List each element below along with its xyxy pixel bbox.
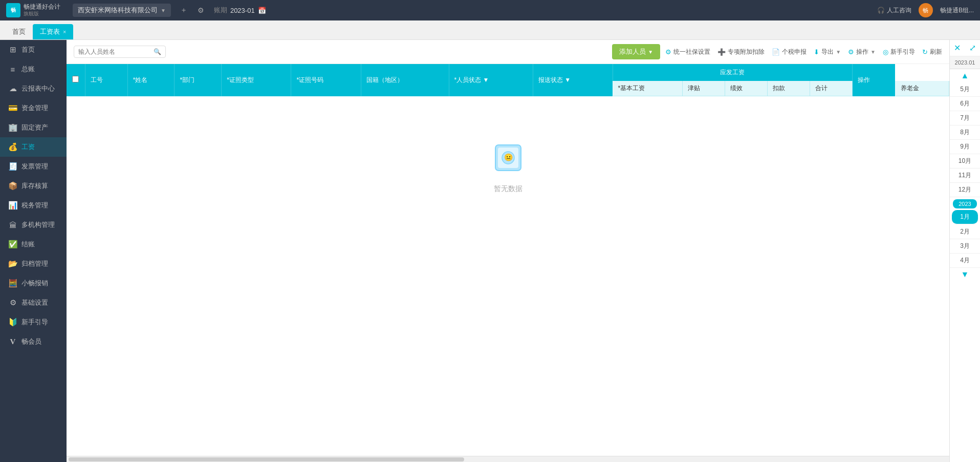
sidebar-item-fixed-assets[interactable]: 🏢 固定资产 (0, 118, 67, 137)
sidebar-item-label: 基础设置 (21, 298, 48, 307)
col-person-status: *人员状态 ▼ (449, 64, 533, 96)
scroll-thumb[interactable] (69, 457, 464, 461)
date-month-9[interactable]: 9月 (950, 140, 980, 154)
table-container: 工号 *姓名 *部门 *证照类型 *证照号码 国籍（地区） *人员状态 ▼ 报送… (67, 64, 949, 456)
guide-icon: ◎ (883, 48, 888, 56)
invoice-icon: 🧾 (8, 162, 17, 171)
sidebar-item-ledger[interactable]: ≡ 总账 (0, 59, 67, 79)
svg-text:😐: 😐 (504, 153, 513, 162)
special-deduction-button[interactable]: ➕ 专项附加扣除 (717, 48, 765, 56)
close-icon[interactable]: × (63, 29, 66, 35)
sidebar-item-label: 多机构管理 (21, 220, 55, 229)
sidebar-item-cloud-report[interactable]: ☁ 云报表中心 (0, 79, 67, 98)
sidebar-item-label: 总账 (21, 65, 35, 74)
search-input[interactable] (78, 48, 150, 55)
sidebar-item-tax[interactable]: 📊 税务管理 (0, 196, 67, 215)
service-button[interactable]: 🎧 人工咨询 (877, 6, 911, 15)
close-panel-button[interactable]: ✕ (952, 41, 963, 55)
refresh-button[interactable]: ↻ 刷新 (922, 48, 942, 56)
expand-panel-button[interactable]: ⤢ (967, 41, 978, 55)
sidebar-item-label: 发票管理 (21, 162, 48, 171)
company-selector[interactable]: 西安虾米网络科技有限公司 ▼ (73, 4, 171, 17)
header-right: 🎧 人工咨询 畅 畅捷通B组... (877, 3, 974, 17)
salary-icon: 💰 (8, 142, 17, 152)
fund-icon: 💳 (8, 103, 17, 113)
col-pension: 养老金 (895, 81, 949, 96)
operate-button[interactable]: ⚙ 操作 ▼ (848, 48, 876, 56)
col-name: *姓名 (127, 64, 175, 96)
sidebar-item-label: 归档管理 (21, 259, 48, 268)
panel-top-buttons: ✕ ⤢ (950, 40, 980, 56)
sidebar-item-label: 工资 (21, 142, 35, 152)
sidebar-item-invoice[interactable]: 🧾 发票管理 (0, 157, 67, 176)
date-month-11[interactable]: 11月 (950, 169, 980, 183)
sidebar-item-label: 首页 (21, 45, 35, 54)
scrollbar-area[interactable] (67, 456, 949, 462)
headset-icon: 🎧 (877, 7, 885, 14)
chevron-down-icon: ▼ (648, 49, 653, 55)
col-salary-group: 应发工资 (613, 64, 853, 81)
checkbox-header[interactable] (67, 64, 85, 96)
social-security-button[interactable]: ⚙ 统一社保设置 (665, 48, 710, 56)
sidebar-item-home[interactable]: ⊞ 首页 (0, 40, 67, 59)
chevron-down-icon: ▼ (870, 49, 876, 55)
expense-icon: 🧮 (8, 279, 17, 288)
logo-text: 畅捷通好会计 (24, 3, 60, 10)
add-person-button[interactable]: 添加人员 ▼ (612, 44, 660, 59)
sidebar-item-guide[interactable]: 🔰 新手引导 (0, 312, 67, 332)
sidebar-item-settings[interactable]: ⚙ 基础设置 (0, 293, 67, 312)
sidebar-item-archive[interactable]: 📂 归档管理 (0, 254, 67, 274)
sidebar-item-member[interactable]: V 畅会员 (0, 332, 67, 351)
operate-icon: ⚙ (848, 48, 854, 56)
date-month-5[interactable]: 5月 (950, 82, 980, 97)
tab-salary[interactable]: 工资表 × (33, 24, 73, 39)
date-month-2[interactable]: 2月 (950, 225, 980, 239)
guide-label: 新手引导 (890, 48, 915, 56)
user-name: 畅捷通B组... (940, 6, 974, 15)
sidebar-item-inventory[interactable]: 📦 库存核算 (0, 176, 67, 196)
col-total: 合计 (810, 81, 853, 96)
settings-icon: ⚙ (8, 298, 17, 307)
col-performance: 绩效 (725, 81, 767, 96)
table-header-row: 工号 *姓名 *部门 *证照类型 *证照号码 国籍（地区） *人员状态 ▼ 报送… (67, 64, 949, 81)
avatar: 畅 (919, 3, 933, 17)
date-month-6[interactable]: 6月 (950, 97, 980, 111)
period-label: 账期 (214, 6, 227, 15)
date-month-7[interactable]: 7月 (950, 111, 980, 125)
date-down-button[interactable]: ▼ (950, 268, 980, 281)
col-id-num: *证照号码 (291, 64, 361, 96)
date-up-button[interactable]: ▲ (950, 69, 980, 82)
sidebar-item-fund[interactable]: 💳 资金管理 (0, 98, 67, 118)
logo-icon: 畅 (6, 3, 20, 17)
select-all-checkbox[interactable] (72, 76, 79, 82)
col-num: 工号 (85, 64, 127, 96)
chevron-down-icon: ▼ (836, 49, 841, 55)
export-label: 导出 (821, 48, 834, 56)
date-panel-header: 2023.01 (950, 56, 980, 69)
guide-button[interactable]: ◎ 新手引导 (883, 48, 915, 56)
date-month-1-active[interactable]: 1月 (952, 210, 978, 224)
date-month-10[interactable]: 10月 (950, 154, 980, 169)
add-company-button[interactable]: ＋ (177, 4, 190, 17)
date-month-4[interactable]: 4月 (950, 254, 980, 268)
sidebar-item-settlement[interactable]: ✅ 结账 (0, 235, 67, 254)
sidebar-item-expense[interactable]: 🧮 小畅报销 (0, 274, 67, 293)
date-month-12[interactable]: 12月 (950, 183, 980, 197)
refresh-label: 刷新 (930, 48, 942, 56)
calendar-icon[interactable]: 📅 (258, 7, 266, 14)
archive-icon: 📂 (8, 259, 17, 268)
date-year-2023: 2023 (953, 199, 977, 208)
sidebar-item-salary[interactable]: 💰 工资 (0, 137, 67, 157)
add-btn-label: 添加人员 (619, 47, 646, 56)
sidebar-item-label: 库存核算 (21, 181, 48, 191)
date-month-8[interactable]: 8月 (950, 125, 980, 140)
logo-area: 畅 畅捷通好会计 旗舰版 (6, 3, 73, 17)
sidebar-item-multi-org[interactable]: 🏛 多机构管理 (0, 215, 67, 235)
date-month-3[interactable]: 3月 (950, 239, 980, 254)
personal-tax-button[interactable]: 📄 个税申报 (772, 48, 807, 56)
settings-icon[interactable]: ⚙ (194, 4, 208, 17)
tab-salary-label: 工资表 (40, 27, 60, 36)
tab-home[interactable]: 首页 (5, 24, 33, 39)
export-button[interactable]: ⬇ 导出 ▼ (814, 48, 841, 56)
social-security-label: 统一社保设置 (673, 48, 710, 56)
